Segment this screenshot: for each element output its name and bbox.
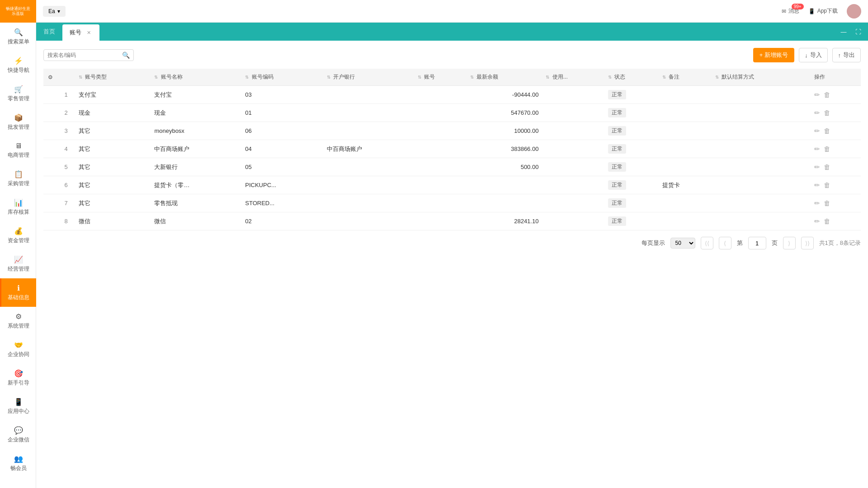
sidebar-item-wholesale[interactable]: 📦 批发管理 xyxy=(0,108,36,136)
row-bank xyxy=(323,212,414,230)
sidebar-item-finance[interactable]: 💰 资金管理 xyxy=(0,221,36,250)
row-account xyxy=(414,158,467,176)
sidebar-item-guide[interactable]: 🎯 新手引导 xyxy=(0,364,36,392)
table-footer: 每页显示 50 100 200 ⟨⟨ ⟨ 第 页 ⟩ ⟩⟩ 共1页，8条记录 xyxy=(43,230,861,249)
sidebar-item-inventory[interactable]: 📊 库存核算 xyxy=(0,193,36,221)
col-code[interactable]: ⇅ 账号编码 xyxy=(241,69,323,86)
search-box[interactable]: 🔍 xyxy=(43,49,134,61)
last-page-button[interactable]: ⟩⟩ xyxy=(801,237,814,249)
col-remark-label: 备注 xyxy=(669,74,679,80)
sidebar-item-member[interactable]: 👥 畅会员 xyxy=(0,449,36,478)
col-status[interactable]: ⇅ 状态 xyxy=(604,69,659,86)
delete-button[interactable]: 🗑 xyxy=(824,163,830,171)
sidebar-item-corpwechat[interactable]: 💬 企业微信 xyxy=(0,421,36,449)
sidebar-item-system[interactable]: ⚙ 系统管理 xyxy=(0,307,36,335)
sidebar-item-purchase[interactable]: 📋 采购管理 xyxy=(0,164,36,193)
row-default-settlement xyxy=(712,194,811,212)
row-type: 其它 xyxy=(75,122,151,140)
sidebar-item-appcenter[interactable]: 📱 应用中心 xyxy=(0,392,36,421)
sidebar-item-enterprise[interactable]: 🤝 企业协同 xyxy=(0,335,36,364)
row-num: 3 xyxy=(57,122,75,140)
system-icon: ⚙ xyxy=(4,312,34,321)
header-left: Ea ▾ xyxy=(43,6,66,17)
tab-minimize-icon[interactable]: — xyxy=(838,26,849,37)
row-name: 支付宝 xyxy=(151,86,241,104)
edit-button[interactable]: ✏ xyxy=(814,199,820,207)
row-status: 正常 xyxy=(604,86,659,104)
col-default-settlement[interactable]: ⇅ 默认结算方式 xyxy=(712,69,811,86)
row-type: 现金 xyxy=(75,104,151,122)
delete-button[interactable]: 🗑 xyxy=(824,199,830,207)
export-button[interactable]: ↑ 导出 xyxy=(832,48,861,62)
search-icon[interactable]: 🔍 xyxy=(122,52,130,59)
app-download-button[interactable]: 📱 App下载 xyxy=(808,7,838,15)
sidebar-item-search[interactable]: 🔍 搜索菜单 xyxy=(0,23,36,51)
user-avatar[interactable] xyxy=(847,4,861,19)
col-bank[interactable]: ⇅ 开户银行 xyxy=(323,69,414,86)
store-dropdown[interactable]: Ea ▾ xyxy=(43,6,66,17)
row-status: 正常 xyxy=(604,122,659,140)
col-account[interactable]: ⇅ 账号 xyxy=(414,69,467,86)
col-usage[interactable]: ⇅ 使用... xyxy=(542,69,604,86)
tab-bar-controls: — ⛶ xyxy=(834,26,868,37)
row-code: PICKUPC... xyxy=(241,176,323,194)
col-name[interactable]: ⇅ 账号名称 xyxy=(151,69,241,86)
row-remark: 提货卡 xyxy=(659,176,712,194)
col-settings[interactable]: ⚙ xyxy=(43,69,57,86)
row-default-settlement xyxy=(712,104,811,122)
delete-button[interactable]: 🗑 xyxy=(824,91,830,99)
next-page-button[interactable]: ⟩ xyxy=(783,237,796,249)
row-settings-cell xyxy=(43,194,57,212)
sidebar-item-ecommerce[interactable]: 🖥 电商管理 xyxy=(0,136,36,164)
row-num: 7 xyxy=(57,194,75,212)
row-settings-cell xyxy=(43,158,57,176)
edit-button[interactable]: ✏ xyxy=(814,109,820,117)
delete-button[interactable]: 🗑 xyxy=(824,181,830,189)
row-account xyxy=(414,122,467,140)
delete-button[interactable]: 🗑 xyxy=(824,145,830,153)
col-balance-label: 最新余额 xyxy=(476,74,498,80)
edit-button[interactable]: ✏ xyxy=(814,91,820,99)
import-button[interactable]: ↓ 导入 xyxy=(799,48,828,62)
col-code-label: 账号编码 xyxy=(252,74,274,80)
row-bank xyxy=(323,122,414,140)
row-usage xyxy=(542,212,604,230)
tab-account[interactable]: 账号 ✕ xyxy=(62,24,99,41)
edit-button[interactable]: ✏ xyxy=(814,145,820,153)
sidebar-item-quicknav[interactable]: ⚡ 快捷导航 xyxy=(0,51,36,80)
row-num: 4 xyxy=(57,140,75,158)
page-size-select[interactable]: 50 100 200 xyxy=(670,238,695,249)
row-name: 微信 xyxy=(151,212,241,230)
edit-button[interactable]: ✏ xyxy=(814,217,820,225)
col-remark[interactable]: ⇅ 备注 xyxy=(659,69,712,86)
row-actions: ✏ 🗑 xyxy=(811,86,861,104)
edit-button[interactable]: ✏ xyxy=(814,163,820,171)
row-default-settlement xyxy=(712,176,811,194)
delete-button[interactable]: 🗑 xyxy=(824,217,830,225)
col-balance[interactable]: ⇅ 最新余额 xyxy=(467,69,542,86)
delete-button[interactable]: 🗑 xyxy=(824,109,830,117)
tab-close-icon[interactable]: ✕ xyxy=(85,29,92,36)
row-actions: ✏ 🗑 xyxy=(811,176,861,194)
row-name: 现金 xyxy=(151,104,241,122)
sidebar-item-retail[interactable]: 🛒 零售管理 xyxy=(0,80,36,108)
add-account-button[interactable]: + 新增账号 xyxy=(753,48,794,62)
sidebar-item-operations[interactable]: 📈 经营管理 xyxy=(0,250,36,278)
row-settings-cell xyxy=(43,122,57,140)
page-number-input[interactable] xyxy=(748,237,766,249)
row-remark xyxy=(659,122,712,140)
tab-maximize-icon[interactable]: ⛶ xyxy=(853,26,863,37)
edit-button[interactable]: ✏ xyxy=(814,181,820,189)
corpwechat-icon: 💬 xyxy=(4,426,34,435)
row-code: 04 xyxy=(241,140,323,158)
sidebar-item-basics[interactable]: ℹ 基础信息 xyxy=(0,278,36,307)
col-type[interactable]: ⇅ 账号类型 xyxy=(75,69,151,86)
export-label: 导出 xyxy=(843,51,855,59)
edit-button[interactable]: ✏ xyxy=(814,127,820,135)
messages-button[interactable]: ✉ 消息 99+ xyxy=(782,7,799,15)
prev-page-button[interactable]: ⟨ xyxy=(719,237,731,249)
search-input[interactable] xyxy=(47,52,122,58)
first-page-button[interactable]: ⟨⟨ xyxy=(701,237,713,249)
delete-button[interactable]: 🗑 xyxy=(824,127,830,135)
tab-home[interactable]: 首页 xyxy=(36,23,62,41)
